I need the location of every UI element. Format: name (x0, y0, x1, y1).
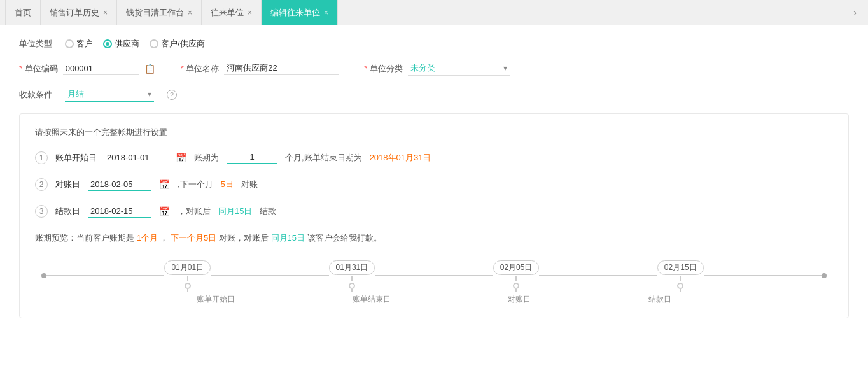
radio-both-circle (150, 39, 158, 48)
unit-code-calendar-icon[interactable]: 📋 (144, 64, 155, 74)
radio-both-label: 客户/供应商 (161, 38, 205, 50)
tab-bar: 首页 销售订单历史 × 钱货日清工作台 × 往来单位 × 编辑往来单位 × › (0, 0, 868, 25)
timeline-label-3: 对账日 (508, 294, 531, 305)
timeline-stem-3 (515, 276, 517, 281)
unit-code-group: 单位编码 📋 (19, 62, 155, 75)
timeline-label-1: 账单开始日 (197, 294, 235, 305)
payment-terms-label: 收款条件 (19, 89, 52, 101)
tab-sales-history[interactable]: 销售订单历史 × (41, 0, 117, 25)
row-num-2: 2 (35, 178, 48, 191)
preview-part3: 对账，对账后 (219, 233, 269, 243)
start-date-calendar-icon[interactable]: 📅 (176, 153, 186, 163)
payment-suffix: 结款 (260, 206, 276, 217)
timeline-date-1: 01月01日 (164, 260, 211, 275)
tab-sales-history-label: 销售订单历史 (50, 7, 99, 18)
close-sales-history-icon[interactable]: × (103, 8, 108, 17)
timeline-date-3: 02月05日 (493, 260, 540, 275)
unit-name-group: 单位名称 (181, 62, 339, 75)
timeline-node-1: 01月01日 (164, 260, 211, 292)
main-content: 单位类型 客户 供应商 客户/供应商 单位编码 📋 单位名称 (0, 25, 868, 387)
payment-terms-arrow-icon: ▾ (148, 90, 151, 99)
unit-category-group: 单位分类 未分类 ▾ (364, 61, 510, 76)
tab-edit-partner-label: 编辑往来单位 (270, 7, 320, 18)
preview-middle: ， (160, 233, 168, 243)
timeline-line-below-4 (680, 289, 681, 292)
unit-category-value: 未分类 (410, 62, 500, 74)
payment-day-highlight: 同月15日 (218, 206, 252, 217)
row-num-3: 3 (35, 205, 48, 218)
tab-cashflow-label: 钱货日清工作台 (126, 7, 184, 18)
timeline-node-2: 01月31日 (329, 260, 375, 292)
reconcile-prefix: ,下一个月 (178, 179, 213, 190)
unit-code-input[interactable] (63, 62, 139, 75)
payment-terms-help-icon[interactable]: ? (167, 90, 177, 100)
preview-prefix: 账期预览：当前客户账期是 (35, 233, 134, 243)
period-prefix: 账期为 (194, 152, 219, 164)
radio-supplier[interactable]: 供应商 (103, 38, 139, 50)
close-cashflow-icon[interactable]: × (188, 8, 192, 17)
timeline-container: 01月01日 01月31日 02月05日 (35, 260, 833, 292)
unit-type-radio-group: 客户 供应商 客户/供应商 (65, 38, 205, 50)
period-value-input[interactable] (227, 151, 277, 164)
unit-category-arrow-icon: ▾ (503, 64, 507, 73)
timeline-node-3: 02月05日 (493, 260, 540, 292)
tab-more-button[interactable]: › (847, 7, 863, 18)
unit-name-label: 单位名称 (181, 63, 220, 74)
info-box: 请按照未来的一个完整帐期进行设置 1 账单开始日 📅 账期为 个月,账单结束日期… (19, 113, 849, 318)
tab-edit-partner[interactable]: 编辑往来单位 × (262, 0, 338, 25)
preview-suffix: 该客户会给我打款。 (307, 233, 382, 243)
timeline-line-below-3 (515, 289, 517, 292)
radio-customer-label: 客户 (76, 38, 93, 50)
reconcile-date-input[interactable] (88, 178, 151, 191)
payment-terms-row: 收款条件 月结 ▾ ? (19, 87, 849, 102)
tl-label-spacer-left (41, 294, 80, 305)
payment-date-input[interactable] (88, 205, 151, 218)
timeline-line-1 (211, 275, 328, 276)
payment-terms-select[interactable]: 月结 ▾ (65, 87, 154, 102)
radio-customer[interactable]: 客户 (65, 38, 93, 50)
row-num-1: 1 (35, 151, 48, 164)
tab-home-label: 首页 (15, 7, 31, 18)
radio-supplier-circle (103, 39, 112, 48)
unit-name-input[interactable] (224, 62, 339, 75)
row-label-2: 对账日 (55, 179, 80, 190)
preview-part4: 同月15日 (271, 233, 305, 243)
timeline-dot-2 (349, 283, 355, 289)
end-date-highlight: 2018年01月31日 (370, 152, 431, 164)
timeline-line-3 (539, 275, 657, 276)
unit-type-label: 单位类型 (19, 38, 52, 50)
info-box-title: 请按照未来的一个完整帐期进行设置 (35, 127, 833, 138)
timeline-node-4: 02月15日 (657, 260, 704, 292)
preview-text: 账期预览：当前客户账期是 1个月 ， 下一个月5日 对账，对账后 同月15日 该… (35, 232, 833, 245)
tab-home[interactable]: 首页 (5, 0, 41, 25)
timeline-stem-4 (680, 276, 681, 281)
unit-fields-row: 单位编码 📋 单位名称 单位分类 未分类 ▾ (19, 61, 849, 76)
payment-date-calendar-icon[interactable]: 📅 (159, 206, 170, 216)
tab-partner[interactable]: 往来单位 × (202, 0, 262, 25)
start-date-input[interactable] (104, 151, 168, 164)
row-label-1: 账单开始日 (55, 152, 97, 164)
setting-row-2: 2 对账日 📅 ,下一个月 5日 对账 (35, 178, 833, 191)
timeline-line-4 (704, 275, 822, 276)
timeline-dot-1 (185, 283, 191, 289)
setting-row-3: 3 结款日 📅 ，对账后 同月15日 结款 (35, 205, 833, 218)
timeline-dot-4 (677, 283, 683, 289)
unit-type-row: 单位类型 客户 供应商 客户/供应商 (19, 38, 849, 50)
reconcile-day-highlight: 5日 (221, 179, 234, 190)
reconcile-date-calendar-icon[interactable]: 📅 (159, 179, 170, 190)
radio-both[interactable]: 客户/供应商 (150, 38, 205, 50)
setting-row-1: 1 账单开始日 📅 账期为 个月,账单结束日期为 2018年01月31日 (35, 151, 833, 164)
timeline-right-cap (822, 273, 827, 278)
reconcile-suffix: 对账 (241, 179, 258, 190)
close-edit-partner-icon[interactable]: × (324, 8, 328, 17)
preview-part1: 1个月 (137, 233, 158, 243)
timeline-labels: 账单开始日 账单结束日 对账日 结款日 (35, 294, 833, 305)
unit-category-select[interactable]: 未分类 ▾ (408, 61, 510, 76)
close-partner-icon[interactable]: × (248, 8, 252, 17)
timeline-line-below-1 (187, 289, 188, 292)
row-label-3: 结款日 (55, 206, 80, 217)
tab-cashflow[interactable]: 钱货日清工作台 × (117, 0, 202, 25)
timeline-date-2: 01月31日 (329, 260, 375, 275)
radio-customer-circle (65, 39, 74, 48)
tl-label-spacer-right (788, 294, 827, 305)
